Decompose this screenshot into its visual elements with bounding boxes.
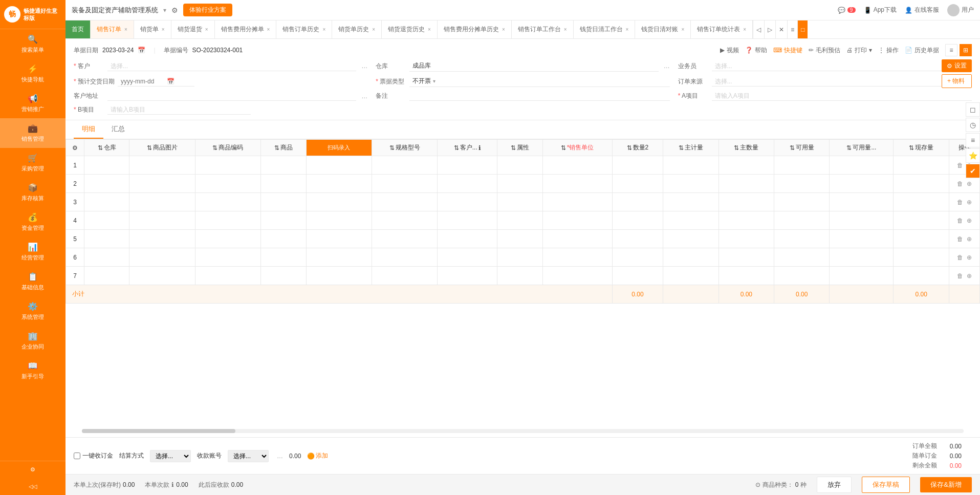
customer-input[interactable] [107,61,356,71]
remark-input[interactable] [409,91,669,101]
solution-button[interactable]: 体验行业方案 [183,4,232,16]
row-6-unit[interactable] [542,248,612,267]
discard-button[interactable]: 放弃 [817,477,852,493]
row-3-customer-code[interactable] [438,193,497,211]
row-6-main-unit[interactable] [663,248,718,267]
row-5-attribute[interactable] [497,230,542,248]
tab-sales-order[interactable]: 销售订单 × [91,20,134,39]
row-4-code[interactable] [195,211,260,230]
row-3-available[interactable] [774,193,830,211]
row-5-customer-code[interactable] [438,230,497,248]
row-4-main-unit[interactable] [663,211,718,230]
grid-view-btn[interactable]: ⊞ [960,44,972,56]
sort-icon[interactable]: ⇅ [147,144,152,152]
row-7-copy-icon[interactable]: ⊕ [967,272,972,279]
row-7-warehouse[interactable] [84,267,129,285]
rq-btn-3[interactable]: ≡ [966,133,980,147]
address-more-icon[interactable]: … [361,93,367,100]
row-3-name[interactable] [261,193,306,211]
sidebar-item-finance[interactable]: 💰 资金管理 [0,207,66,237]
row-2-qty2[interactable] [612,175,663,193]
scan-btn[interactable]: 扫码录入 [323,143,354,153]
date-cal-icon[interactable]: 📅 [167,78,175,85]
row-6-stock[interactable] [894,248,949,267]
row-7-attribute[interactable] [497,267,542,285]
sidebar-item-sales[interactable]: 💼 销售管理 [0,118,66,148]
sort-icon[interactable]: ⇅ [454,144,459,152]
row-2-main-unit[interactable] [663,175,718,193]
receipt-more-icon[interactable]: … [277,453,283,460]
tab-close-reconcile[interactable]: × [681,27,684,32]
a-project-input[interactable] [712,91,972,101]
row-5-available2[interactable] [830,230,894,248]
row-3-attribute[interactable] [497,193,542,211]
row-1-main-qty[interactable] [718,156,774,175]
sort-icon[interactable]: ⇅ [909,144,914,152]
gear-button[interactable]: ⚙ [171,6,178,14]
rq-btn-5[interactable]: ✔ [966,164,980,178]
row-2-stock[interactable] [894,175,949,193]
row-5-copy-icon[interactable]: ⊕ [967,235,972,243]
row-5-main-qty[interactable] [718,230,774,248]
tab-close-order-workbench[interactable]: × [564,27,567,32]
row-1-qty2[interactable] [612,156,663,175]
row-4-unit[interactable] [542,211,612,230]
profit-btn[interactable]: ✏ 毛利预估 [809,46,840,55]
row-3-main-unit[interactable] [663,193,718,211]
shortcut-btn[interactable]: ⌨ 快捷键 [773,46,802,55]
row-5-delete-icon[interactable]: 🗑 [957,235,963,243]
sort-icon[interactable]: ⇅ [98,144,103,152]
row-6-attribute[interactable] [497,248,542,267]
row-7-main-qty[interactable] [718,267,774,285]
delivery-date-input[interactable]: 📅 [118,77,194,87]
row-1-unit[interactable] [542,156,612,175]
one-click-deposit-checkbox[interactable] [74,453,80,459]
tab-sales-history[interactable]: 销售订单历史 × [276,20,332,39]
tab-close-fee-history[interactable]: × [502,27,505,32]
row-7-unit[interactable] [542,267,612,285]
tab-close-sales-goods[interactable]: × [162,27,165,32]
row-7-available2[interactable] [830,267,894,285]
b-project-input[interactable] [107,105,251,115]
tab-nav-prev[interactable]: ◁ [753,20,764,39]
row-6-warehouse[interactable] [84,248,129,267]
sort-icon[interactable]: ⇅ [212,144,217,152]
user-menu-btn[interactable]: 用户 [947,4,974,16]
row-3-stock[interactable] [894,193,949,211]
row-3-delete-icon[interactable]: 🗑 [957,199,963,206]
row-1-stock[interactable] [894,156,949,175]
tab-sales-return[interactable]: 销货退货 × [171,20,215,39]
row-4-available[interactable] [774,211,830,230]
tab-close-return-history[interactable]: × [428,27,431,32]
sidebar-item-marketing[interactable]: 📢 营销推广 [0,89,66,118]
customer-more-icon[interactable]: … [361,62,367,70]
payment-method-select[interactable]: 选择... [150,450,191,462]
calendar-icon[interactable]: 📅 [138,47,145,54]
row-6-qty2[interactable] [612,248,663,267]
code-value[interactable]: SO-20230324-001 [192,47,243,54]
app-download-btn[interactable]: 📱 App下载 [864,6,897,14]
horizontal-scrollbar[interactable] [82,429,964,433]
help-btn[interactable]: ❓ 帮助 [745,46,767,55]
sort-icon[interactable]: ⇅ [511,144,516,152]
date-value[interactable]: 2023-03-24 [102,47,134,54]
save-draft-button[interactable]: 保存草稿 [862,477,910,493]
row-1-name[interactable] [261,156,306,175]
row-5-unit[interactable] [542,230,612,248]
save-new-button[interactable]: 保存&新增 [920,477,972,492]
tab-home[interactable]: 首页 [66,20,91,39]
sort-icon[interactable]: ⇅ [561,144,566,152]
rq-btn-1[interactable]: ◻ [966,102,980,117]
row-6-main-qty[interactable] [718,248,774,267]
row-4-stock[interactable] [894,211,949,230]
online-service-btn[interactable]: 👤 在线客服 [905,6,939,14]
warehouse-more-icon[interactable]: … [664,62,670,70]
sidebar-item-inventory[interactable]: 📦 库存核算 [0,178,66,207]
tab-goods-history[interactable]: 销货单历史 × [332,20,382,39]
row-1-delete-icon[interactable]: 🗑 [957,162,963,169]
tab-close-statistics[interactable]: × [743,27,746,32]
row-2-copy-icon[interactable]: ⊕ [967,180,972,187]
row-2-spec[interactable] [372,175,437,193]
row-6-spec[interactable] [372,248,437,267]
tab-return-history[interactable]: 销货退货历史 × [382,20,438,39]
